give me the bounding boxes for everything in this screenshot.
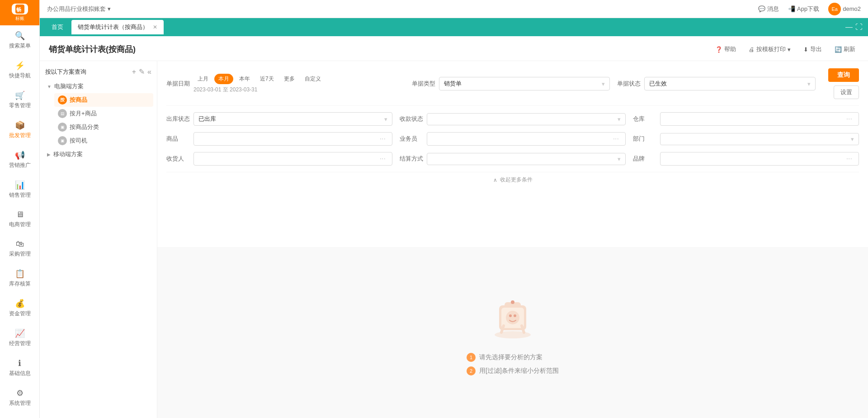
step1-num: 1: [467, 353, 476, 362]
filter-field-salesperson: 业务员 ···: [400, 132, 626, 146]
sidebar-item-label: 快捷导航: [9, 72, 31, 80]
empty-step-2: 2 用[过滤]条件来缩小分析范围: [467, 366, 559, 375]
outbound-select[interactable]: 已出库 ▾: [193, 112, 392, 126]
app-logo: 畅 标账: [0, 0, 39, 25]
tab-home[interactable]: 首页: [45, 20, 70, 34]
svg-point-6: [509, 314, 512, 317]
purchase-icon: 🛍: [16, 239, 24, 249]
consignee-input[interactable]: ···: [193, 152, 392, 166]
sidebar-item-quick-nav[interactable]: ⚡ 快捷导航: [0, 55, 39, 85]
sidebar-item-system[interactable]: ⚙ 系统管理: [0, 383, 39, 413]
doc-type-label: 单据类型: [412, 80, 435, 88]
sidebar-item-basic[interactable]: ℹ 基础信息: [0, 353, 39, 383]
filter-row-4: 收货人 ··· 结算方式 ▾: [166, 152, 859, 166]
warehouse-input[interactable]: ···: [660, 112, 859, 126]
tree-child-by-product-cat[interactable]: ▣ 按商品分类: [54, 120, 153, 134]
settlement-chevron: ▾: [618, 156, 621, 162]
filter-field-outbound: 出库状态 已出库 ▾: [166, 112, 392, 126]
date-tag-last-7days[interactable]: 近7天: [256, 74, 278, 84]
product-dots-icon[interactable]: ···: [378, 135, 387, 143]
tree-child-by-month-product[interactable]: ▤ 按月+商品: [54, 107, 153, 120]
tab-sales-stat[interactable]: 销货单统计计表（按商品） ✕: [71, 20, 164, 34]
print-label: 按模板打印: [756, 45, 786, 53]
department-select[interactable]: ▾: [660, 133, 859, 145]
sidebar-item-inventory[interactable]: 📋 库存核算: [0, 263, 39, 293]
retail-icon: 🛒: [15, 90, 25, 100]
empty-step-1: 1 请先选择要分析的方案: [467, 353, 559, 362]
wholesale-icon: 📦: [15, 120, 25, 130]
user-menu[interactable]: Ea demo2: [828, 3, 861, 15]
query-button[interactable]: 查询: [828, 68, 859, 82]
by-cat-icon: ▣: [58, 123, 67, 132]
app-download-btn[interactable]: 📲 App下载: [788, 5, 819, 13]
payment-label: 收款状态: [400, 115, 423, 123]
tree-mobile-parent[interactable]: ▶ 移动端方案: [43, 147, 153, 161]
ecommerce-icon: 🖥: [16, 210, 24, 219]
sidebar-item-retail[interactable]: 🛒 零售管理: [0, 85, 39, 115]
settlement-select[interactable]: ▾: [427, 153, 626, 165]
sidebar-item-operations[interactable]: 📈 经营管理: [0, 323, 39, 353]
brand-input[interactable]: ···: [660, 152, 859, 166]
sidebar-item-wholesale[interactable]: 📦 批发管理: [0, 115, 39, 145]
sidebar-item-finance[interactable]: 💰 资金管理: [0, 293, 39, 323]
help-btn[interactable]: ❓ 帮助: [712, 43, 740, 55]
sidebar-item-marketing[interactable]: 📢 营销推广: [0, 145, 39, 175]
tab-minimize-btn[interactable]: —: [845, 23, 853, 31]
by-product-label: 按商品: [70, 96, 87, 104]
sidebar-item-sales[interactable]: 📊 销售管理: [0, 175, 39, 204]
filter-panel-header: 按以下方案查询 + ✎ «: [40, 66, 157, 80]
doc-type-select[interactable]: 销货单 ▾: [439, 77, 610, 90]
date-tag-more[interactable]: 更多: [280, 74, 299, 84]
product-input[interactable]: ···: [193, 132, 392, 146]
collapse-arrow-icon: ∧: [493, 177, 497, 183]
date-tag-this-year[interactable]: 本年: [235, 74, 254, 84]
help-icon: ❓: [715, 46, 722, 53]
warehouse-dots-icon[interactable]: ···: [844, 115, 854, 123]
by-product-icon: 按: [58, 95, 67, 104]
sidebar-item-label: 系统管理: [9, 399, 31, 407]
account-name: 办公用品行业模拟账套: [47, 5, 106, 13]
messages-btn[interactable]: 💬 消息: [758, 5, 779, 13]
sidebar-item-label: 基础信息: [9, 370, 31, 377]
refresh-btn[interactable]: 🔄 刷新: [831, 43, 859, 55]
scheme-tree: ▼ 电脑端方案 按 按商品 ▤ 按月+商品 ▣: [40, 80, 157, 161]
download-icon: 📲: [788, 5, 795, 12]
logo-icon: 畅: [12, 4, 28, 14]
payment-select[interactable]: ▾: [427, 113, 626, 125]
date-tag-this-month[interactable]: 本月: [214, 74, 233, 84]
sidebar-item-cooperation[interactable]: 🤝 企业协同: [0, 413, 39, 418]
settings-button[interactable]: 设置: [834, 86, 859, 99]
collapse-panel-btn[interactable]: «: [147, 68, 151, 76]
mobile-arrow-icon: ▶: [47, 152, 51, 157]
body-area: 按以下方案查询 + ✎ « ▼ 电脑端方案 按 按商: [40, 61, 868, 418]
salesperson-input[interactable]: ···: [427, 132, 626, 146]
doc-status-chevron: ▾: [807, 81, 811, 87]
print-btn[interactable]: 🖨 按模板打印 ▾: [745, 43, 794, 55]
doc-status-select[interactable]: 已生效 ▾: [644, 77, 816, 90]
date-tag-custom[interactable]: 自定义: [301, 74, 325, 84]
date-tag-last-month[interactable]: 上月: [193, 74, 212, 84]
desktop-label: 电脑端方案: [54, 82, 84, 90]
mobile-label: 移动端方案: [53, 150, 83, 158]
export-btn[interactable]: ⬇ 导出: [800, 43, 826, 55]
consignee-dots-icon[interactable]: ···: [378, 155, 387, 163]
right-area: 单据日期 上月 本月 本年 近7天 更多 自定义 20: [157, 61, 868, 418]
sidebar-item-search[interactable]: 🔍 搜索菜单: [0, 25, 39, 55]
tree-child-by-product[interactable]: 按 按商品: [54, 93, 153, 107]
tab-expand-btn[interactable]: ⛶: [855, 23, 863, 31]
account-selector[interactable]: 办公用品行业模拟账套 ▾: [47, 5, 111, 13]
add-scheme-btn[interactable]: +: [132, 68, 136, 76]
tree-child-by-cashier[interactable]: ▣ 按司机: [54, 134, 153, 147]
tree-desktop-parent[interactable]: ▼ 电脑端方案: [43, 80, 153, 93]
basic-icon: ℹ: [18, 358, 21, 368]
brand-dots-icon[interactable]: ···: [844, 155, 854, 163]
tab-close-icon[interactable]: ✕: [153, 24, 157, 30]
salesperson-dots-icon[interactable]: ···: [611, 135, 621, 143]
collapse-conditions-btn[interactable]: ∧ 收起更多条件: [166, 172, 859, 187]
system-icon: ⚙: [16, 388, 24, 398]
edit-scheme-btn[interactable]: ✎: [139, 67, 145, 76]
tab-home-label: 首页: [52, 23, 63, 31]
sidebar: 畅 标账 🔍 搜索菜单 ⚡ 快捷导航 🛒 零售管理 📦 批发管理 📢 营销推广 …: [0, 0, 40, 418]
sidebar-item-ecommerce[interactable]: 🖥 电商管理: [0, 204, 39, 234]
sidebar-item-purchase[interactable]: 🛍 采购管理: [0, 234, 39, 263]
